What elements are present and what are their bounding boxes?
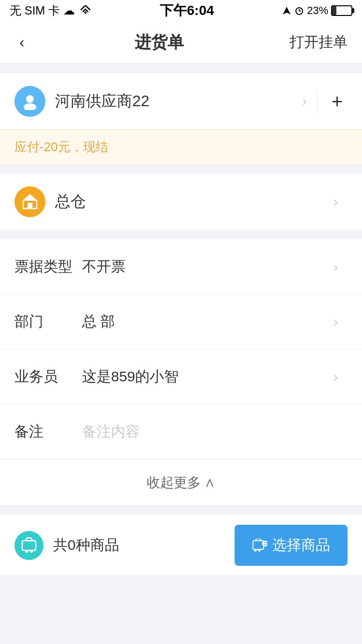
product-count: 共0种商品 — [53, 535, 235, 555]
svg-marker-8 — [22, 194, 38, 201]
house-icon — [21, 193, 39, 210]
invoice-chevron-icon: › — [334, 259, 338, 275]
supplier-row[interactable]: 河南供应商22 › + — [0, 73, 362, 129]
status-left: 无 SIM 卡 ☁ — [10, 3, 92, 18]
add-supplier-button[interactable]: + — [327, 91, 348, 112]
select-product-button[interactable]: 选择商品 — [235, 525, 348, 566]
divider — [317, 89, 317, 113]
open-pending-button[interactable]: 打开挂单 — [290, 32, 348, 52]
person-icon — [21, 93, 39, 110]
svg-point-14 — [258, 549, 261, 551]
status-time: 下午6:04 — [160, 1, 214, 20]
invoice-value: 不开票 — [77, 257, 334, 277]
cart-icon — [20, 537, 38, 554]
collapse-toggle[interactable]: 收起更多 ∧ — [0, 460, 362, 505]
svg-point-13 — [254, 549, 257, 551]
select-product-icon — [252, 539, 267, 552]
product-icon — [14, 531, 43, 560]
invoice-label: 票据类型 — [14, 257, 77, 277]
nav-bar: ‹ 进货单 打开挂单 — [0, 21, 362, 64]
warehouse-icon — [14, 186, 45, 217]
remark-input[interactable]: 备注内容 — [77, 422, 348, 442]
back-button[interactable]: ‹ — [14, 28, 29, 56]
supplier-name: 河南供应商22 — [55, 91, 302, 112]
select-product-label: 选择商品 — [272, 535, 330, 555]
alarm-icon — [294, 6, 304, 15]
sim-label: 无 SIM 卡 ☁ — [10, 3, 75, 18]
remark-row[interactable]: 备注 备注内容 — [0, 405, 362, 460]
battery-percent: 23% — [307, 4, 328, 17]
product-bar: 共0种商品 选择商品 — [0, 515, 362, 575]
svg-marker-0 — [283, 7, 291, 14]
department-value: 总 部 — [77, 312, 334, 332]
department-chevron-icon: › — [334, 314, 338, 330]
department-row[interactable]: 部门 总 部 › — [0, 294, 362, 350]
department-label: 部门 — [14, 312, 77, 332]
content-area: 河南供应商22 › + 应付-20元，现结 总仓 › 票据类型 不开票 › — [0, 73, 362, 575]
salesperson-label: 业务员 — [14, 367, 77, 387]
warehouse-name: 总仓 — [55, 191, 334, 212]
supplier-avatar — [14, 86, 45, 117]
page-title: 进货单 — [135, 31, 184, 54]
svg-point-4 — [26, 95, 34, 103]
warehouse-row[interactable]: 总仓 › — [0, 174, 362, 230]
battery-icon — [331, 5, 352, 16]
salesperson-row[interactable]: 业务员 这是859的小智 › — [0, 350, 362, 405]
supplier-chevron-icon: › — [302, 94, 306, 109]
wifi-icon — [79, 5, 92, 16]
svg-rect-7 — [28, 203, 32, 209]
status-right: 23% — [282, 4, 352, 17]
svg-rect-9 — [22, 541, 36, 550]
svg-point-10 — [25, 550, 28, 553]
warehouse-section: 总仓 › — [0, 174, 362, 230]
svg-point-11 — [30, 550, 33, 553]
svg-rect-12 — [253, 541, 264, 549]
warehouse-chevron-icon: › — [334, 194, 338, 210]
form-section: 票据类型 不开票 › 部门 总 部 › 业务员 这是859的小智 › 备注 备注… — [0, 239, 362, 505]
supplier-section: 河南供应商22 › + 应付-20元，现结 — [0, 73, 362, 164]
notice-bar: 应付-20元，现结 — [0, 129, 362, 164]
svg-point-5 — [24, 103, 36, 110]
remark-label: 备注 — [14, 422, 77, 442]
status-bar: 无 SIM 卡 ☁ 下午6:04 23% — [0, 0, 362, 21]
salesperson-chevron-icon: › — [334, 369, 338, 385]
location-icon — [282, 6, 292, 15]
invoice-row[interactable]: 票据类型 不开票 › — [0, 239, 362, 294]
salesperson-value: 这是859的小智 — [77, 367, 334, 387]
